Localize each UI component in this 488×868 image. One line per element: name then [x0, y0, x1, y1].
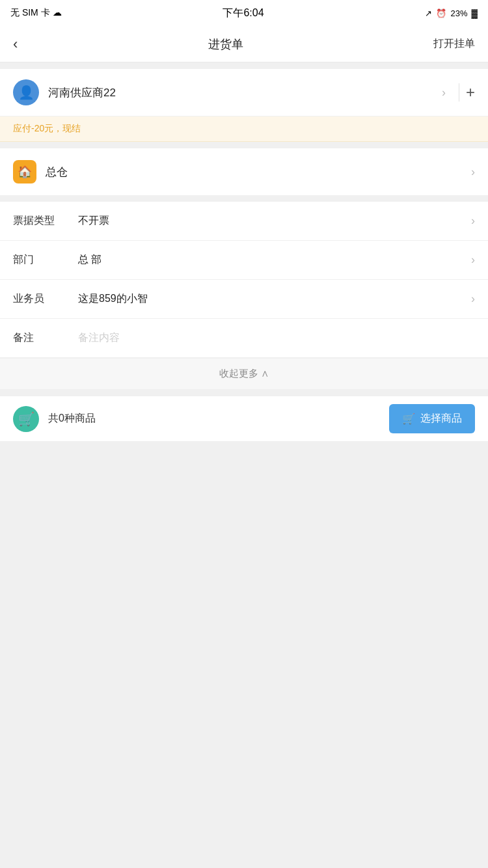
sim-signal: 无 SIM 卡 ☁ — [10, 7, 62, 19]
supplier-chevron-icon: › — [442, 86, 446, 100]
salesperson-chevron-icon: › — [471, 292, 475, 306]
home-icon: 🏠 — [18, 165, 32, 179]
ticket-type-row[interactable]: 票据类型 不开票 › — [0, 202, 488, 241]
supplier-row[interactable]: 👤 河南供应商22 › + — [0, 69, 488, 116]
back-button[interactable]: ‹ — [13, 36, 18, 53]
ticket-type-chevron-icon: › — [471, 214, 475, 228]
page-title: 进货单 — [208, 36, 243, 52]
section-gap-3 — [0, 195, 488, 202]
cart-icon: 🛒 — [18, 411, 34, 427]
form-section: 票据类型 不开票 › 部门 总 部 › 业务员 这是859的小智 › 备注 备注… — [0, 202, 488, 358]
supplier-name: 河南供应商22 — [48, 85, 442, 100]
notice-text: 应付-20元，现结 — [13, 123, 81, 133]
status-left: 无 SIM 卡 ☁ — [10, 7, 62, 19]
location-icon: ↗ — [425, 8, 432, 18]
notice-banner: 应付-20元，现结 — [0, 116, 488, 142]
bottom-bar: 🛒 共0种商品 🛒 选择商品 — [0, 396, 488, 441]
remark-placeholder: 备注内容 — [78, 331, 475, 345]
product-icon: 🛒 — [13, 406, 39, 432]
department-label: 部门 — [13, 253, 78, 267]
status-right: ↗ ⏰ 23% ▓ — [425, 8, 478, 18]
warehouse-row[interactable]: 🏠 总仓 › — [0, 148, 488, 195]
nav-bar: ‹ 进货单 打开挂单 — [0, 26, 488, 62]
section-gap-2 — [0, 142, 488, 148]
remark-row[interactable]: 备注 备注内容 — [0, 319, 488, 358]
section-gap-1 — [0, 62, 488, 69]
warehouse-label: 总仓 — [46, 165, 471, 180]
battery-icon: ▓ — [472, 8, 478, 18]
warehouse-icon: 🏠 — [13, 160, 36, 183]
add-supplier-button[interactable]: + — [459, 83, 475, 102]
department-value: 总 部 — [78, 253, 471, 267]
salesperson-label: 业务员 — [13, 292, 78, 306]
select-product-button[interactable]: 🛒 选择商品 — [389, 404, 475, 433]
ticket-type-label: 票据类型 — [13, 214, 78, 228]
avatar-icon: 👤 — [18, 85, 34, 100]
background-rest — [0, 441, 488, 636]
warehouse-card: 🏠 总仓 › — [0, 148, 488, 195]
select-cart-icon: 🛒 — [402, 413, 415, 425]
warehouse-chevron-icon: › — [471, 165, 475, 179]
remark-label: 备注 — [13, 331, 78, 345]
supplier-card: 👤 河南供应商22 › + 应付-20元，现结 — [0, 69, 488, 142]
status-bar: 无 SIM 卡 ☁ 下午6:04 ↗ ⏰ 23% ▓ — [0, 0, 488, 26]
select-btn-label: 选择商品 — [420, 412, 462, 426]
battery-level: 23% — [450, 8, 467, 18]
supplier-avatar: 👤 — [13, 79, 39, 105]
salesperson-row[interactable]: 业务员 这是859的小智 › — [0, 280, 488, 319]
open-pending-button[interactable]: 打开挂单 — [433, 37, 475, 51]
status-time: 下午6:04 — [223, 7, 264, 20]
product-count: 共0种商品 — [48, 412, 389, 426]
department-row[interactable]: 部门 总 部 › — [0, 241, 488, 280]
alarm-icon: ⏰ — [436, 8, 446, 18]
salesperson-value: 这是859的小智 — [78, 292, 471, 306]
collapse-label: 收起更多 ∧ — [219, 368, 269, 380]
department-chevron-icon: › — [471, 253, 475, 267]
section-gap-4 — [0, 389, 488, 396]
ticket-type-value: 不开票 — [78, 214, 471, 228]
collapse-row[interactable]: 收起更多 ∧ — [0, 358, 488, 389]
